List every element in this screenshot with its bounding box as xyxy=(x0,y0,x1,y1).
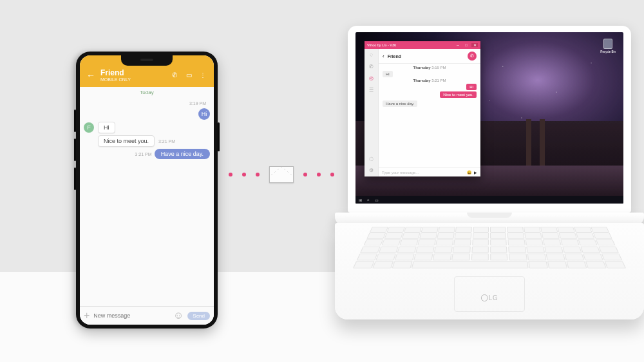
contact-name: Friend xyxy=(100,68,165,77)
day-separator: Thursday 3:21 PM xyxy=(383,79,477,82)
settings-icon[interactable]: ⚙ xyxy=(369,167,374,173)
message-input[interactable]: Type your message... xyxy=(382,171,464,175)
phone-notch xyxy=(121,55,173,66)
outgoing-bubble: Have a nice day. xyxy=(155,149,210,159)
dot-icon xyxy=(317,173,321,176)
taskbar[interactable]: ⊞ ⌕ ▭ xyxy=(355,196,623,204)
incoming-bubble: Hi xyxy=(383,71,393,77)
help-icon[interactable]: ◌ xyxy=(369,156,374,162)
dot-icon xyxy=(256,173,260,176)
minimize-icon[interactable]: ─ xyxy=(455,43,461,47)
chat-header: ‹ Friend ✆ xyxy=(379,49,480,64)
dot-icon xyxy=(303,173,307,176)
keyboard xyxy=(353,227,626,269)
timestamp: 3:19 PM xyxy=(84,100,210,106)
bell-icon[interactable]: ♢ xyxy=(369,52,374,58)
sync-indicator xyxy=(229,166,334,183)
back-icon[interactable]: ← xyxy=(86,70,95,81)
maximize-icon[interactable]: □ xyxy=(463,43,469,47)
close-icon[interactable]: ✕ xyxy=(471,43,478,47)
incoming-bubble: Nice to meet you. xyxy=(98,135,155,147)
recycle-bin[interactable]: Recycle Bin xyxy=(600,39,616,53)
back-icon[interactable]: ‹ xyxy=(383,53,384,59)
contact-name: Friend xyxy=(388,54,464,59)
composer: + ☺ Send xyxy=(80,306,214,325)
composer: Type your message... 😀 ▶ xyxy=(379,167,480,176)
dot-icon xyxy=(242,173,246,176)
phone-device: ← Friend MOBILE ONLY ✆ ▭ ⋮ Today 3:19 PM… xyxy=(76,52,218,329)
incoming-row: F Hi xyxy=(84,122,210,133)
laptop-lid: Recycle Bin Virtoo by LG - V36 ─ □ ✕ ♢ ✆… xyxy=(348,26,631,213)
phone-screen: ← Friend MOBILE ONLY ✆ ▭ ⋮ Today 3:19 PM… xyxy=(80,55,214,325)
contact-sub: MOBILE ONLY xyxy=(100,77,165,82)
incoming-row: Nice to meet you. 3:21 PM xyxy=(98,135,210,147)
virtoo-window: Virtoo by LG - V36 ─ □ ✕ ♢ ✆ ◎ ☰ ◌ ⚙ xyxy=(365,41,480,176)
call-button[interactable]: ✆ xyxy=(468,52,477,61)
outgoing-bubble: Hi xyxy=(466,84,477,90)
add-icon[interactable]: + xyxy=(84,310,90,321)
dot-icon xyxy=(229,173,232,176)
call-icon[interactable]: ✆ xyxy=(170,71,179,80)
wallpaper-dock xyxy=(355,121,623,204)
contacts-icon[interactable]: ☰ xyxy=(369,87,374,93)
search-icon[interactable]: ⌕ xyxy=(367,198,370,202)
outgoing-row: 3:21 PM Have a nice day. xyxy=(84,149,210,159)
phone-tab-icon[interactable]: ✆ xyxy=(369,64,374,70)
thread: Thursday 3:19 PM Hi Thursday 3:21 PM Hi … xyxy=(379,64,480,167)
avatar: F xyxy=(84,122,94,133)
more-icon[interactable]: ⋮ xyxy=(198,71,207,80)
timestamp: 3:21 PM xyxy=(158,139,175,144)
recycle-label: Recycle Bin xyxy=(600,50,616,53)
window-title: Virtoo by LG - V36 xyxy=(367,43,453,47)
laptop-display: Recycle Bin Virtoo by LG - V36 ─ □ ✕ ♢ ✆… xyxy=(355,32,623,204)
start-icon[interactable]: ⊞ xyxy=(359,198,362,202)
send-icon[interactable]: ▶ xyxy=(474,170,477,175)
dot-icon xyxy=(330,173,334,176)
window-titlebar[interactable]: Virtoo by LG - V36 ─ □ ✕ xyxy=(365,41,480,49)
bin-icon xyxy=(603,39,612,49)
emoji-icon[interactable]: 😀 xyxy=(467,170,471,175)
outgoing-row: Hi xyxy=(84,108,210,120)
taskview-icon[interactable]: ▭ xyxy=(375,198,379,202)
incoming-bubble: Have a nice day. xyxy=(383,100,417,107)
calendar-icon[interactable]: ▭ xyxy=(184,71,193,80)
chat-pane: ‹ Friend ✆ Thursday 3:19 PM Hi Thursday … xyxy=(379,49,480,176)
incoming-bubble: Hi xyxy=(98,122,115,133)
outgoing-bubble: Nice to meet you. xyxy=(440,91,477,98)
day-separator: Today xyxy=(80,87,214,98)
send-button[interactable]: Send xyxy=(187,312,210,320)
lg-logo: LG xyxy=(481,294,498,301)
timestamp: 3:21 PM xyxy=(135,152,152,157)
day-separator: Thursday 3:19 PM xyxy=(383,66,477,70)
laptop-base: LG xyxy=(335,223,644,319)
message-list: 3:19 PM Hi F Hi Nice to meet you. 3:21 P… xyxy=(80,98,214,306)
app-sidebar: ♢ ✆ ◎ ☰ ◌ ⚙ xyxy=(365,49,379,176)
emoji-icon[interactable]: ☺ xyxy=(173,310,184,321)
message-input[interactable] xyxy=(93,312,169,319)
outgoing-bubble: Hi xyxy=(198,108,210,120)
wallpaper-water xyxy=(355,166,623,204)
envelope-icon xyxy=(269,166,294,183)
laptop-device: Recycle Bin Virtoo by LG - V36 ─ □ ✕ ♢ ✆… xyxy=(348,26,631,319)
chat-tab-icon[interactable]: ◎ xyxy=(369,75,374,81)
